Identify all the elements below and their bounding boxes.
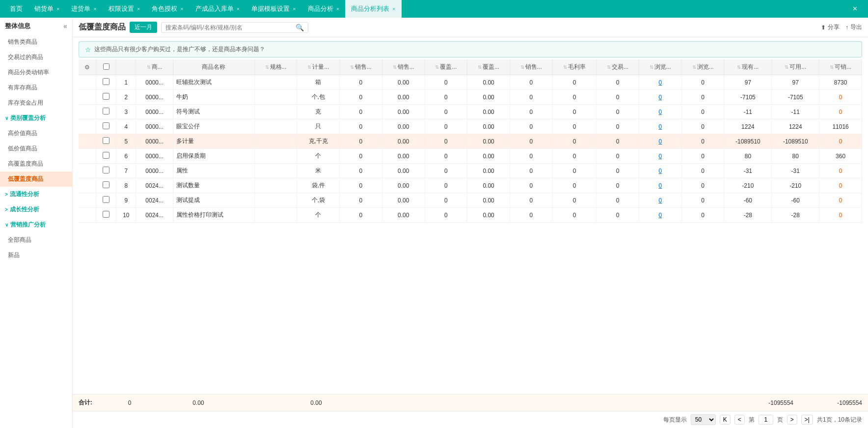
row-checkbox-cell[interactable] xyxy=(96,208,116,223)
row-checkbox[interactable] xyxy=(103,78,109,85)
export-button[interactable]: ↑ 导出 xyxy=(845,23,862,31)
share-button[interactable]: ⬆ 分享 xyxy=(821,23,840,31)
sidebar-item-in-stock-goods[interactable]: 有库存商品 xyxy=(0,80,72,95)
page-size-select[interactable]: 50 10 20 100 xyxy=(691,414,716,425)
row-browse2: 0 xyxy=(681,193,724,208)
search-input[interactable] xyxy=(165,24,296,31)
sidebar-item-high-value[interactable]: 高价值商品 xyxy=(0,126,72,141)
sidebar-collapse-button[interactable]: « xyxy=(63,22,67,30)
nav-close-icon[interactable]: × xyxy=(237,6,240,12)
col-unit[interactable]: 计量... xyxy=(297,59,340,75)
row-checkbox-cell[interactable] xyxy=(96,75,116,90)
next-page-button[interactable]: > xyxy=(787,415,797,425)
row-browse1[interactable]: 0 xyxy=(639,164,682,178)
sidebar-item-sales-goods[interactable]: 销售类商品 xyxy=(0,34,72,50)
sidebar-item-all-goods[interactable]: 全部商品 xyxy=(0,232,72,248)
sidebar-item-low-coverage[interactable]: 低覆盖度商品 xyxy=(0,171,72,187)
col-trans[interactable]: 交易... xyxy=(597,59,639,75)
row-checkbox[interactable] xyxy=(103,137,109,144)
row-checkbox-cell[interactable] xyxy=(96,164,116,178)
nav-product-analysis[interactable]: 商品分析 × xyxy=(302,0,345,18)
row-checkbox-cell[interactable] xyxy=(96,134,116,149)
col-settings[interactable]: ⚙ xyxy=(79,59,96,75)
col-sellable[interactable]: 可销... xyxy=(819,59,862,75)
row-checkbox[interactable] xyxy=(103,181,109,188)
row-browse1[interactable]: 0 xyxy=(639,119,682,134)
row-browse1[interactable]: 0 xyxy=(639,178,682,193)
select-all-checkbox[interactable] xyxy=(103,63,109,70)
row-checkbox[interactable] xyxy=(103,167,109,173)
col-gross-rate[interactable]: 毛利率 xyxy=(552,59,597,75)
search-icon[interactable]: 🔍 xyxy=(296,24,304,31)
sidebar-item-low-value[interactable]: 低价值商品 xyxy=(0,141,72,156)
row-checkbox[interactable] xyxy=(103,211,109,218)
col-cover2[interactable]: 覆盖... xyxy=(467,59,510,75)
col-code[interactable]: 商... xyxy=(136,59,173,75)
row-cover2: 0.00 xyxy=(467,90,510,105)
row-checkbox[interactable] xyxy=(103,122,109,129)
nav-role-auth[interactable]: 角色授权 × xyxy=(146,0,189,18)
row-browse1[interactable]: 0 xyxy=(639,134,682,149)
row-checkbox-cell[interactable] xyxy=(96,119,116,134)
sidebar-section-liquidity[interactable]: > 流通性分析 xyxy=(0,187,72,202)
row-browse1[interactable]: 0 xyxy=(639,75,682,90)
row-checkbox[interactable] xyxy=(103,196,109,203)
col-sales2[interactable]: 销售... xyxy=(382,59,425,75)
last-page-button[interactable]: >| xyxy=(801,415,813,425)
row-no: 5 xyxy=(116,134,136,149)
col-spec[interactable]: 规格... xyxy=(254,59,297,75)
time-filter-button[interactable]: 近一月 xyxy=(130,22,157,33)
sidebar-section-growth[interactable]: > 成长性分析 xyxy=(0,202,72,217)
row-checkbox-cell[interactable] xyxy=(96,90,116,105)
row-checkbox[interactable] xyxy=(103,93,109,100)
col-sales3[interactable]: 销售... xyxy=(510,59,552,75)
nav-permission-settings[interactable]: 权限设置 × xyxy=(103,0,146,18)
row-browse1[interactable]: 0 xyxy=(639,208,682,223)
row-browse1[interactable]: 0 xyxy=(639,90,682,105)
sidebar-item-traded-goods[interactable]: 交易过的商品 xyxy=(0,50,72,65)
nav-sales-order[interactable]: 销货单 × xyxy=(28,0,65,18)
current-page-input[interactable] xyxy=(759,415,773,425)
col-available[interactable]: 可用... xyxy=(772,59,819,75)
nav-close-icon[interactable]: × xyxy=(293,6,296,12)
row-no: 7 xyxy=(116,164,136,178)
sidebar-item-high-coverage[interactable]: 高覆盖度商品 xyxy=(0,156,72,171)
nav-close-icon[interactable]: × xyxy=(180,6,183,12)
col-browse1[interactable]: 浏览... xyxy=(639,59,682,75)
nav-product-analysis-list[interactable]: 商品分析列表 × xyxy=(345,0,401,18)
sidebar-item-stock-capital[interactable]: 库存资金占用 xyxy=(0,95,72,111)
sidebar-item-new-goods[interactable]: 新品 xyxy=(0,248,72,263)
row-browse1[interactable]: 0 xyxy=(639,105,682,119)
col-current[interactable]: 现有... xyxy=(724,59,772,75)
row-checkbox-cell[interactable] xyxy=(96,193,116,208)
first-page-button[interactable]: K xyxy=(720,415,731,425)
nav-close-icon[interactable]: × xyxy=(137,6,140,12)
nav-product-storage[interactable]: 产成品入库单 × xyxy=(190,0,245,18)
nav-close-icon[interactable]: × xyxy=(56,6,59,12)
nav-purchase-order[interactable]: 进货单 × xyxy=(65,0,102,18)
col-browse2[interactable]: 浏览... xyxy=(681,59,724,75)
row-checkbox[interactable] xyxy=(103,108,109,114)
nav-home[interactable]: 首页 xyxy=(4,0,28,18)
sidebar-item-category-rate[interactable]: 商品分类动销率 xyxy=(0,65,72,80)
prev-page-button[interactable]: < xyxy=(734,415,745,425)
col-cover1[interactable]: 覆盖... xyxy=(425,59,467,75)
row-browse1[interactable]: 0 xyxy=(639,193,682,208)
col-sales1[interactable]: 销售... xyxy=(340,59,382,75)
settings-icon[interactable]: ⚙ xyxy=(84,64,90,71)
nav-close-icon[interactable]: × xyxy=(93,6,96,12)
sidebar-header[interactable]: 整体信息 « xyxy=(0,18,72,34)
nav-close-icon[interactable]: × xyxy=(392,6,395,12)
table-header-row: ⚙ 商... 商品名称 规格... 计量... 销售... 销售... 覆盖..… xyxy=(79,59,862,75)
window-close-button[interactable]: × xyxy=(846,4,864,13)
row-code: 0000... xyxy=(136,164,173,178)
sidebar-section-category-coverage[interactable]: ∨ 类别覆盖分析 xyxy=(0,111,72,126)
nav-template-settings[interactable]: 单据模板设置 × xyxy=(245,0,301,18)
row-checkbox[interactable] xyxy=(103,152,109,159)
sidebar-section-marketing[interactable]: ∨ 营销推广分析 xyxy=(0,217,72,232)
row-browse1[interactable]: 0 xyxy=(639,149,682,164)
row-checkbox-cell[interactable] xyxy=(96,149,116,164)
row-checkbox-cell[interactable] xyxy=(96,178,116,193)
nav-close-icon[interactable]: × xyxy=(336,6,339,12)
row-checkbox-cell[interactable] xyxy=(96,105,116,119)
